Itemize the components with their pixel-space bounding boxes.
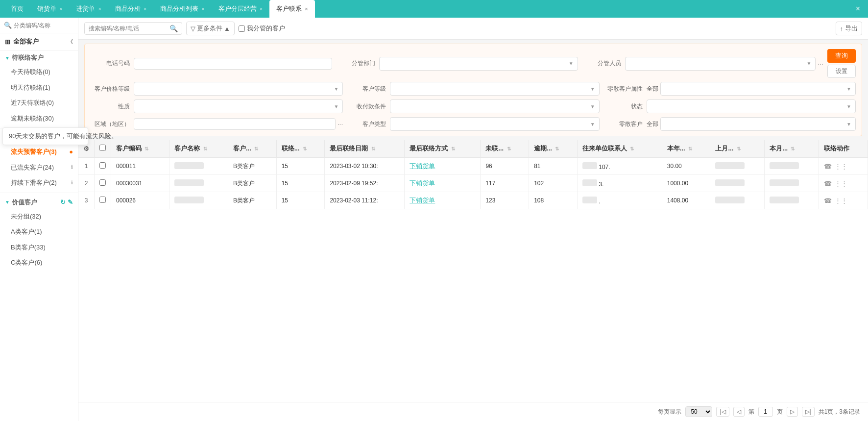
sidebar-search-input[interactable] — [14, 22, 74, 29]
tab-home[interactable]: 首页 — [4, 0, 30, 18]
type-sort-icon[interactable]: ⇅ — [254, 146, 258, 151]
manager-dots-icon[interactable]: ··· — [818, 60, 823, 68]
tab-analysis-list-close[interactable]: × — [201, 6, 204, 12]
gender-select[interactable]: ▼ — [134, 99, 343, 113]
dept-select[interactable]: ▼ — [379, 57, 578, 71]
value-edit-icon[interactable]: ✎ — [68, 198, 73, 206]
last-date-sort-icon[interactable]: ⇅ — [371, 146, 375, 151]
prev-page-btn[interactable]: ◁ — [733, 407, 745, 417]
tab-customer-tier[interactable]: 客户分层经营 × — [212, 0, 269, 18]
th-last-contact-type[interactable]: 最后联络方式 ⇅ — [405, 140, 481, 157]
filter-search-input[interactable] — [89, 25, 169, 32]
tab-sales-close[interactable]: × — [59, 6, 62, 12]
tab-customer-contact[interactable]: 客户联系 × — [269, 0, 314, 18]
td-last-type-1[interactable]: 下销货单 — [405, 175, 481, 192]
first-page-btn[interactable]: |◁ — [716, 407, 729, 417]
zero-attr-select[interactable]: ▼ — [660, 82, 856, 96]
tab-analysis[interactable]: 商品分析 × — [108, 0, 153, 18]
phone-input[interactable] — [134, 58, 332, 70]
uncontacted-sort-icon[interactable]: ⇅ — [507, 146, 511, 151]
sidebar-value-section[interactable]: ▼ 价值客户 ↻ ✎ — [0, 195, 78, 209]
churned-info-icon[interactable]: ℹ — [71, 163, 73, 172]
code-sort-icon[interactable]: ⇅ — [145, 146, 148, 151]
export-button[interactable]: ↑ 导出 — [836, 22, 863, 35]
sidebar-item-a-class[interactable]: A类客户(1) — [0, 224, 78, 240]
th-contact-person[interactable]: 往来单位联系人 ⇅ — [577, 140, 662, 157]
declining-info-icon[interactable]: ℹ — [71, 178, 73, 187]
region-dots-icon[interactable]: ··· — [338, 120, 343, 128]
td-checkbox-2[interactable] — [95, 192, 111, 209]
overdue-sort-icon[interactable]: ⇅ — [555, 146, 559, 151]
td-checkbox-0[interactable] — [95, 157, 111, 175]
select-all-checkbox[interactable] — [99, 145, 106, 151]
per-page-select[interactable]: 50 100 — [685, 406, 712, 417]
status-select[interactable]: ▼ — [647, 99, 856, 113]
action-more-icon-2[interactable]: ⋮⋮ — [835, 197, 847, 204]
sidebar-item-churned[interactable]: 已流失客户(24) ℹ — [0, 160, 78, 175]
action-more-icon-1[interactable]: ⋮⋮ — [835, 180, 847, 187]
th-checkbox[interactable] — [95, 140, 111, 157]
action-contact-icon-2[interactable]: ☎ — [824, 197, 832, 204]
action-contact-icon-1[interactable]: ☎ — [824, 180, 832, 187]
sidebar-item-overdue-pending[interactable]: 逾期未联络(30) — [0, 111, 78, 126]
contact-person-sort-icon[interactable]: ⇅ — [630, 146, 634, 151]
tab-bar-close-all[interactable]: × — [852, 4, 864, 13]
sidebar-pending-section[interactable]: ▼ 待联络客户 — [0, 50, 78, 64]
name-sort-icon[interactable]: ⇅ — [203, 146, 207, 151]
td-checkbox-1[interactable] — [95, 175, 111, 192]
next-page-btn[interactable]: ▷ — [787, 407, 798, 417]
th-this-month[interactable]: 本月... ⇅ — [765, 140, 819, 157]
th-overdue[interactable]: 逾期... ⇅ — [529, 140, 578, 157]
sidebar-all-customers-header[interactable]: ⊞ 全部客户 《 — [0, 33, 78, 50]
tab-purchase-close[interactable]: × — [98, 6, 101, 12]
my-customers-checkbox-label[interactable]: 我分管的客户 — [239, 24, 285, 33]
last-page-btn[interactable]: ▷| — [802, 407, 815, 417]
action-contact-icon-0[interactable]: ☎ — [824, 163, 832, 170]
td-last-type-0[interactable]: 下销货单 — [405, 157, 481, 175]
price-grade-select[interactable]: ▼ — [134, 82, 343, 96]
value-refresh-icon[interactable]: ↻ — [60, 198, 66, 206]
customer-type-select[interactable]: ▼ — [390, 117, 599, 131]
my-customers-checkbox[interactable] — [239, 25, 245, 32]
payment-select[interactable]: ▼ — [390, 99, 599, 113]
th-contact-count[interactable]: 联络... ⇅ — [276, 140, 325, 157]
sidebar-item-today-pending[interactable]: 今天待联络(0) — [0, 64, 78, 80]
sidebar-item-tomorrow-pending[interactable]: 明天待联络(1) — [0, 80, 78, 96]
sidebar-item-week-pending[interactable]: 近7天待联络(0) — [0, 95, 78, 111]
td-last-type-2[interactable]: 下销货单 — [405, 192, 481, 209]
sidebar-item-ungrouped[interactable]: 未分组(32) — [0, 209, 78, 224]
region-input[interactable] — [134, 118, 336, 130]
th-code[interactable]: 客户编码 ⇅ — [111, 140, 169, 157]
tab-purchase[interactable]: 进货单 × — [69, 0, 108, 18]
tab-customer-contact-close[interactable]: × — [305, 6, 308, 12]
filter-search-button[interactable]: 🔍 — [169, 25, 178, 32]
query-button[interactable]: 查询 — [827, 49, 856, 63]
grade-select[interactable]: ▼ — [390, 82, 599, 96]
tab-analysis-close[interactable]: × — [144, 6, 146, 12]
th-name[interactable]: 客户名称 ⇅ — [169, 140, 228, 157]
th-last-month[interactable]: 上月... ⇅ — [710, 140, 765, 157]
sidebar-collapse-btn[interactable]: 《 — [68, 38, 73, 46]
settings-button[interactable]: 设置 — [827, 65, 856, 78]
tab-analysis-list[interactable]: 商品分析列表 × — [153, 0, 211, 18]
this-year-sort-icon[interactable]: ⇅ — [688, 146, 692, 151]
th-uncontacted[interactable]: 未联... ⇅ — [481, 140, 529, 157]
sidebar-item-declining[interactable]: 持续下滑客户(2) ℹ — [0, 175, 78, 190]
action-more-icon-0[interactable]: ⋮⋮ — [835, 163, 847, 170]
th-type[interactable]: 客户... ⇅ — [228, 140, 276, 157]
th-last-contact-date[interactable]: 最后联络日期 ⇅ — [325, 140, 405, 157]
sidebar-item-c-class[interactable]: C类客户(6) — [0, 255, 78, 271]
sidebar-item-b-class[interactable]: B类客户(33) — [0, 240, 78, 255]
zero-customer-select[interactable]: ▼ — [660, 117, 856, 131]
last-month-sort-icon[interactable]: ⇅ — [737, 146, 741, 151]
last-type-sort-icon[interactable]: ⇅ — [451, 146, 455, 151]
page-input[interactable] — [758, 407, 773, 417]
sidebar-item-churn-warning[interactable]: 流失预警客户(3) ● — [0, 144, 78, 159]
tab-sales[interactable]: 销货单 × — [30, 0, 69, 18]
contact-count-sort-icon[interactable]: ⇅ — [303, 146, 307, 151]
manager-select[interactable]: ▼ — [625, 57, 816, 71]
filter-more-conditions-btn[interactable]: ▽ 更多条件 ▲ — [186, 22, 235, 35]
th-this-year[interactable]: 本年... ⇅ — [662, 140, 710, 157]
tab-customer-tier-close[interactable]: × — [260, 6, 263, 12]
this-month-sort-icon[interactable]: ⇅ — [791, 146, 795, 151]
